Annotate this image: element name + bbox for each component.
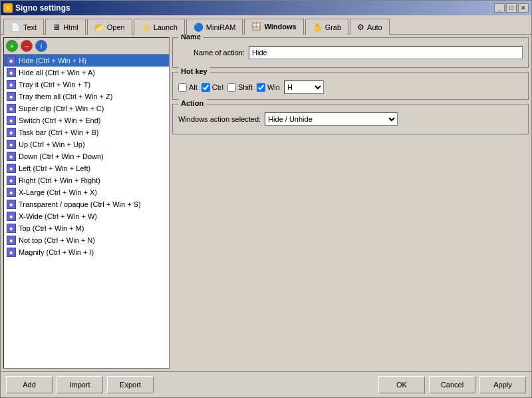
list-item-icon: ■ (7, 164, 16, 173)
tab-html[interactable]: 🖥 Html (45, 19, 86, 35)
open-tab-icon: 📂 (94, 23, 104, 32)
list-item-label: Right (Ctrl + Win + Right) (19, 176, 100, 184)
list-item-label: Transparent / opaque (Ctrl + Win + S) (19, 200, 141, 208)
win-checkbox[interactable] (257, 83, 265, 92)
tab-html-label: Html (63, 23, 78, 31)
tab-open-label: Open (107, 23, 125, 31)
key-dropdown[interactable]: H A B C (284, 81, 324, 94)
miniram-tab-icon: 🔵 (194, 23, 203, 32)
name-group: Name Name of action: (172, 37, 529, 68)
list-item[interactable]: ■Task bar (Ctrl + Win + B) (4, 126, 169, 138)
tab-text[interactable]: 📄 Text (3, 19, 44, 35)
name-of-action-row: Name of action: (178, 46, 523, 59)
add-button[interactable]: Add (6, 376, 53, 393)
list-item-icon: ■ (7, 80, 16, 89)
ok-button[interactable]: OK (378, 376, 425, 393)
apply-button[interactable]: Apply (479, 376, 526, 393)
hotkey-group: Hot key Alt Ctrl Shift (172, 72, 529, 100)
list-item-label: Hide all (Ctrl + Win + A) (19, 69, 95, 77)
ctrl-checkbox[interactable] (201, 83, 210, 92)
list-item[interactable]: ■Super clip (Ctrl + Win + C) (4, 102, 169, 114)
list-item-icon: ■ (7, 56, 16, 65)
list-item-icon: ■ (7, 212, 16, 221)
alt-label: Alt (189, 83, 198, 91)
list-item[interactable]: ■Transparent / opaque (Ctrl + Win + S) (4, 198, 169, 210)
list-item-label: Not top (Ctrl + Win + N) (19, 236, 95, 244)
list-item-label: Hide (Ctrl + Win + H) (19, 57, 86, 65)
maximize-button[interactable]: □ (506, 3, 517, 13)
tab-open[interactable]: 📂 Open (87, 19, 132, 35)
win-label: Win (267, 83, 280, 91)
list-item-label: Tray them all (Ctrl + Win + Z) (19, 93, 112, 100)
list-item[interactable]: ■Not top (Ctrl + Win + N) (4, 234, 169, 246)
name-of-action-input[interactable] (249, 46, 523, 59)
tab-launch-label: Launch (154, 23, 178, 31)
main-window: S Signo settings _ □ ✕ 📄 Text 🖥 Html 📂 O… (0, 0, 532, 398)
tab-grab[interactable]: ✋ Grab (305, 19, 348, 35)
info-item-button[interactable]: i (35, 40, 47, 52)
alt-checkbox-group: Alt (178, 83, 198, 92)
list-item-label: Magnify (Ctrl + Win + I) (19, 248, 94, 256)
list-item[interactable]: ■Magnify (Ctrl + Win + I) (4, 246, 169, 258)
shift-label: Shift (238, 83, 253, 91)
main-content: + − i ■Hide (Ctrl + Win + H)■Hide all (C… (1, 35, 531, 371)
tab-windows-label: Windows (264, 23, 296, 31)
tab-windows[interactable]: 🪟 Windows (244, 19, 303, 35)
tab-miniram[interactable]: 🔵 MiniRAM (186, 19, 243, 35)
list-item[interactable]: ■X-Large (Ctrl + Win + X) (4, 186, 169, 198)
list-item-label: Down (Ctrl + Win + Down) (19, 152, 104, 160)
name-of-action-label: Name of action: (178, 49, 245, 57)
tab-text-label: Text (23, 23, 37, 31)
add-item-button[interactable]: + (6, 40, 18, 52)
import-button[interactable]: Import (57, 376, 103, 393)
list-item-label: Super clip (Ctrl + Win + C) (19, 104, 104, 112)
remove-item-button[interactable]: − (21, 40, 33, 52)
title-bar-controls: _ □ ✕ (494, 3, 529, 13)
tab-auto[interactable]: ⚙ Auto (350, 19, 390, 35)
grab-tab-icon: ✋ (313, 23, 323, 32)
list-item-icon: ■ (7, 92, 16, 101)
html-tab-icon: 🖥 (53, 23, 61, 32)
list-item-icon: ■ (7, 152, 16, 161)
tab-auto-label: Auto (367, 23, 382, 31)
tab-grab-label: Grab (325, 23, 341, 31)
items-list[interactable]: ■Hide (Ctrl + Win + H)■Hide all (Ctrl + … (4, 55, 169, 368)
tab-launch[interactable]: ⚡ Launch (134, 19, 185, 35)
hotkey-row: Alt Ctrl Shift Win H (178, 81, 523, 94)
shift-checkbox[interactable] (227, 83, 236, 92)
tab-miniram-label: MiniRAM (206, 23, 236, 31)
list-item[interactable]: ■Up (Ctrl + Win + Up) (4, 138, 169, 150)
shift-checkbox-group: Shift (227, 83, 253, 92)
close-button[interactable]: ✕ (518, 3, 529, 13)
list-item[interactable]: ■Left (Ctrl + Win + Left) (4, 162, 169, 174)
list-item-icon: ■ (7, 128, 16, 137)
list-item[interactable]: ■Tray it (Ctrl + Win + T) (4, 79, 169, 91)
ctrl-label: Ctrl (212, 83, 223, 91)
right-panel: Name Name of action: Hot key Alt Ctrl (172, 37, 529, 369)
list-item[interactable]: ■Right (Ctrl + Win + Right) (4, 174, 169, 186)
action-group-label: Action (178, 99, 206, 107)
list-item-icon: ■ (7, 224, 16, 233)
list-item-icon: ■ (7, 104, 16, 113)
export-button[interactable]: Export (107, 376, 154, 393)
tabs-bar: 📄 Text 🖥 Html 📂 Open ⚡ Launch 🔵 MiniRAM … (1, 15, 531, 35)
list-item[interactable]: ■X-Wide (Ctrl + Win + W) (4, 210, 169, 222)
cancel-button[interactable]: Cancel (429, 376, 475, 393)
alt-checkbox[interactable] (178, 83, 187, 92)
list-item[interactable]: ■Top (Ctrl + Win + M) (4, 222, 169, 234)
list-item[interactable]: ■Hide all (Ctrl + Win + A) (4, 67, 169, 79)
list-item[interactable]: ■Down (Ctrl + Win + Down) (4, 150, 169, 162)
bottom-bar: Add Import Export OK Cancel Apply (1, 371, 531, 397)
list-item-label: Switch (Ctrl + Win + End) (19, 116, 100, 124)
list-item-icon: ■ (7, 176, 16, 185)
minimize-button[interactable]: _ (494, 3, 505, 13)
left-panel: + − i ■Hide (Ctrl + Win + H)■Hide all (C… (3, 37, 170, 369)
windows-action-dropdown[interactable]: Hide / Unhide Minimize Maximize Close Re… (265, 112, 398, 126)
list-item[interactable]: ■Hide (Ctrl + Win + H) (4, 55, 169, 67)
window-title: Signo settings (15, 3, 70, 13)
ctrl-checkbox-group: Ctrl (201, 83, 223, 92)
list-item-icon: ■ (7, 140, 16, 149)
windows-action-label: Windows action selected: (178, 115, 261, 123)
list-item[interactable]: ■Tray them all (Ctrl + Win + Z) (4, 91, 169, 102)
list-item[interactable]: ■Switch (Ctrl + Win + End) (4, 114, 169, 126)
